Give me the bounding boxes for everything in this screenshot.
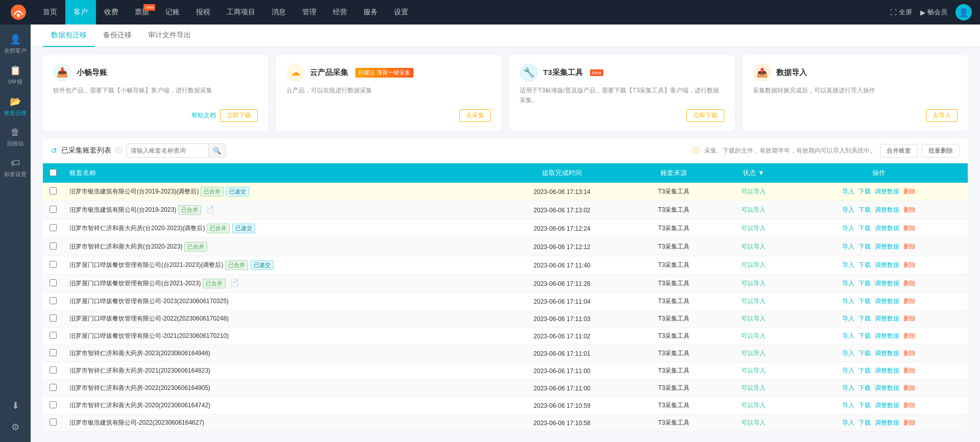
action-删除[interactable]: 删除 xyxy=(903,206,916,213)
action-删除[interactable]: 删除 xyxy=(903,280,916,287)
select-all-checkbox[interactable] xyxy=(50,169,57,176)
action-调整数据[interactable]: 调整数据 xyxy=(875,315,899,322)
action-导入[interactable]: 导入 xyxy=(842,332,854,339)
help-icon[interactable]: ⓘ xyxy=(115,146,122,155)
action-调整数据[interactable]: 调整数据 xyxy=(875,206,899,213)
action-导入[interactable]: 导入 xyxy=(842,315,854,322)
row-checkbox[interactable] xyxy=(50,187,57,194)
action-删除[interactable]: 删除 xyxy=(903,261,916,268)
row-checkbox[interactable] xyxy=(50,297,57,304)
row-checkbox[interactable] xyxy=(50,279,57,286)
action-删除[interactable]: 删除 xyxy=(903,332,916,339)
action-下载[interactable]: 下载 xyxy=(859,315,871,322)
search-button[interactable]: 🔍 xyxy=(208,143,226,158)
action-删除[interactable]: 删除 xyxy=(903,402,916,409)
merge-button[interactable]: 合并账套 xyxy=(880,144,918,158)
row-checkbox[interactable] xyxy=(50,242,57,250)
action-下载[interactable]: 下载 xyxy=(859,206,871,213)
row-checkbox[interactable] xyxy=(50,384,57,391)
user-avatar[interactable]: 👤 xyxy=(955,4,972,20)
action-导入[interactable]: 导入 xyxy=(842,419,854,426)
action-调整数据[interactable]: 调整数据 xyxy=(875,243,899,250)
tab-data-migration[interactable]: 数据包迁移 xyxy=(43,24,95,47)
logo-icon[interactable] xyxy=(8,2,29,22)
action-调整数据[interactable]: 调整数据 xyxy=(875,419,899,426)
action-调整数据[interactable]: 调整数据 xyxy=(875,367,899,374)
action-导入[interactable]: 导入 xyxy=(842,243,854,250)
action-导入[interactable]: 导入 xyxy=(842,188,854,195)
action-下载[interactable]: 下载 xyxy=(859,188,871,195)
row-checkbox[interactable] xyxy=(50,206,57,213)
nav-manage[interactable]: 管理 xyxy=(294,0,325,24)
action-删除[interactable]: 删除 xyxy=(903,298,916,305)
nav-tax[interactable]: 报税 xyxy=(188,0,218,24)
nav-service[interactable]: 服务 xyxy=(355,0,386,24)
row-checkbox[interactable] xyxy=(50,261,57,268)
action-导入[interactable]: 导入 xyxy=(842,384,854,391)
action-下载[interactable]: 下载 xyxy=(859,298,871,305)
help-doc-link[interactable]: 帮助文档 xyxy=(191,111,216,120)
file-icon[interactable]: 📄 xyxy=(230,279,239,287)
sidebar-item-zero-declare[interactable]: 📋 0申报 xyxy=(0,60,31,91)
action-下载[interactable]: 下载 xyxy=(859,419,871,426)
action-下载[interactable]: 下载 xyxy=(859,261,871,268)
action-删除[interactable]: 删除 xyxy=(903,225,916,232)
action-调整数据[interactable]: 调整数据 xyxy=(875,298,899,305)
action-导入[interactable]: 导入 xyxy=(842,225,854,232)
nav-bookkeeping[interactable]: 记账 xyxy=(157,0,188,24)
action-下载[interactable]: 下载 xyxy=(859,402,871,409)
row-checkbox[interactable] xyxy=(50,366,57,374)
action-下载[interactable]: 下载 xyxy=(859,280,871,287)
action-调整数据[interactable]: 调整数据 xyxy=(875,384,899,391)
nav-bill[interactable]: 票据new xyxy=(127,0,157,24)
refresh-icon[interactable]: ↺ xyxy=(51,146,57,155)
action-删除[interactable]: 删除 xyxy=(903,315,916,322)
nav-message[interactable]: 消息 xyxy=(263,0,294,24)
row-checkbox[interactable] xyxy=(50,401,57,408)
nav-business[interactable]: 工商项目 xyxy=(218,0,263,24)
sidebar-item-download[interactable]: ⬇ xyxy=(0,395,31,416)
sidebar-item-recycle[interactable]: 🗑 回收站 xyxy=(0,122,31,153)
sidebar-item-settings[interactable]: ⚙ xyxy=(0,416,31,438)
row-checkbox[interactable] xyxy=(50,349,57,356)
batch-delete-button[interactable]: 批量删除 xyxy=(922,144,960,158)
sidebar-item-tags[interactable]: 🏷 标签设置 xyxy=(0,153,31,183)
action-调整数据[interactable]: 调整数据 xyxy=(875,188,899,195)
action-删除[interactable]: 删除 xyxy=(903,384,916,391)
action-调整数据[interactable]: 调整数据 xyxy=(875,280,899,287)
tab-audit-export[interactable]: 审计文件导出 xyxy=(140,24,199,47)
action-删除[interactable]: 删除 xyxy=(903,350,916,357)
action-导入[interactable]: 导入 xyxy=(842,298,854,305)
action-导入[interactable]: 导入 xyxy=(842,280,854,287)
row-checkbox[interactable] xyxy=(50,314,57,322)
action-删除[interactable]: 删除 xyxy=(903,243,916,250)
row-checkbox[interactable] xyxy=(50,419,57,426)
nav-fee[interactable]: 收费 xyxy=(96,0,127,24)
fullscreen-button[interactable]: ⛶ 全屏 xyxy=(890,8,912,17)
nav-operation[interactable]: 经营 xyxy=(325,0,355,24)
tab-backup-migration[interactable]: 备份迁移 xyxy=(95,24,140,47)
action-下载[interactable]: 下载 xyxy=(859,243,871,250)
file-icon[interactable]: 📄 xyxy=(206,205,214,213)
sidebar-item-account-migrate[interactable]: 📂 账套迁移 xyxy=(0,91,31,122)
action-调整数据[interactable]: 调整数据 xyxy=(875,225,899,232)
action-删除[interactable]: 删除 xyxy=(903,188,916,195)
go-import-button[interactable]: 去导入 xyxy=(926,109,958,122)
action-下载[interactable]: 下载 xyxy=(859,225,871,232)
row-checkbox[interactable] xyxy=(50,224,57,231)
row-checkbox[interactable] xyxy=(50,332,57,339)
search-input[interactable] xyxy=(127,147,208,154)
sidebar-item-all-customers[interactable]: 👤 全部客户 xyxy=(0,29,31,60)
action-调整数据[interactable]: 调整数据 xyxy=(875,402,899,409)
action-导入[interactable]: 导入 xyxy=(842,206,854,213)
action-下载[interactable]: 下载 xyxy=(859,332,871,339)
action-导入[interactable]: 导入 xyxy=(842,261,854,268)
action-删除[interactable]: 删除 xyxy=(903,367,916,374)
t3-download-button[interactable]: 立即下载 xyxy=(687,109,724,122)
action-调整数据[interactable]: 调整数据 xyxy=(875,332,899,339)
nav-customer[interactable]: 客户 xyxy=(65,0,96,24)
action-调整数据[interactable]: 调整数据 xyxy=(875,261,899,268)
go-collect-button[interactable]: 去采集 xyxy=(459,109,491,122)
action-删除[interactable]: 删除 xyxy=(903,419,916,426)
action-导入[interactable]: 导入 xyxy=(842,367,854,374)
